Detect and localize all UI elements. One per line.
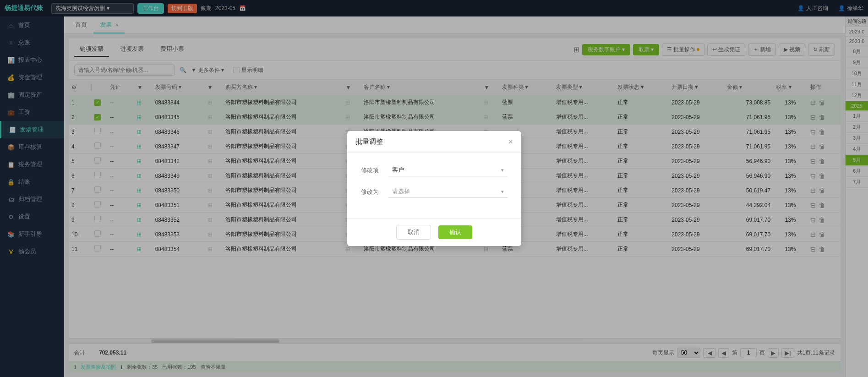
modify-field-select[interactable]: 客户 ▾ bbox=[388, 164, 508, 176]
modify-to-label: 修改为 bbox=[361, 188, 388, 196]
modal-overlay: 批量调整 × 修改项 客户 ▾ 修改为 请选择 ▾ 取消 确认 bbox=[0, 0, 868, 377]
modal-close-icon[interactable]: × bbox=[508, 138, 513, 146]
to-chevron-icon: ▾ bbox=[501, 189, 504, 195]
modify-field-label: 修改项 bbox=[361, 166, 388, 175]
modify-to-select[interactable]: 请选择 ▾ bbox=[388, 186, 508, 198]
modal-title: 批量调整 bbox=[355, 137, 383, 146]
cancel-button[interactable]: 取消 bbox=[396, 225, 431, 240]
batch-adjust-modal: 批量调整 × 修改项 客户 ▾ 修改为 请选择 ▾ 取消 确认 bbox=[347, 131, 521, 246]
field-chevron-icon: ▾ bbox=[501, 167, 504, 173]
confirm-button[interactable]: 确认 bbox=[438, 225, 472, 239]
